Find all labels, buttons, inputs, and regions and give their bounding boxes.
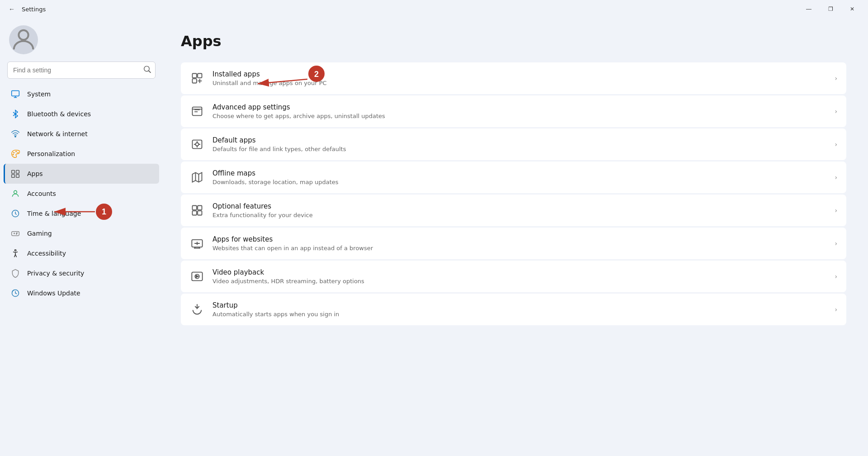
startup-chevron: › (835, 306, 837, 313)
svg-rect-8 (16, 171, 19, 174)
default-apps-text: Default apps Defaults for file and link … (212, 136, 826, 152)
default-apps-desc: Defaults for file and link types, other … (212, 146, 826, 152)
video-playback-icon (190, 269, 204, 284)
svg-rect-27 (198, 211, 202, 215)
monitor-icon (10, 89, 21, 100)
sidebar-item-network[interactable]: Network & internet (4, 124, 159, 144)
offline-maps-desc: Downloads, storage location, map updates (212, 179, 826, 185)
svg-point-11 (14, 190, 17, 194)
main-content: Apps Installed apps Uninstall and manage… (163, 18, 868, 456)
svg-point-15 (16, 233, 17, 234)
app-body: System Bluetooth & devices Network & int… (0, 18, 868, 456)
settings-item-installed-apps[interactable]: Installed apps Uninstall and manage apps… (181, 62, 846, 94)
privacy-icon (10, 268, 21, 279)
sidebar-item-time[interactable]: Time & language (4, 204, 159, 223)
apps-websites-chevron: › (835, 240, 837, 247)
search-input[interactable] (7, 62, 156, 79)
title-bar: ← Settings — ❐ ✕ (0, 0, 868, 18)
sidebar-label-system: System (27, 90, 51, 98)
svg-rect-25 (198, 206, 202, 210)
settings-item-offline-maps[interactable]: Offline maps Downloads, storage location… (181, 162, 846, 193)
sidebar-item-personalization[interactable]: Personalization (4, 144, 159, 164)
svg-rect-13 (12, 232, 19, 236)
sidebar-item-accounts[interactable]: Accounts (4, 184, 159, 204)
sidebar-label-time: Time & language (27, 210, 81, 217)
apps-websites-desc: Websites that can open in an app instead… (212, 245, 826, 252)
installed-apps-chevron: › (835, 75, 837, 82)
sidebar-item-gaming[interactable]: Gaming (4, 223, 159, 243)
settings-item-video[interactable]: Video playback Video adjustments, HDR st… (181, 261, 846, 292)
startup-desc: Automatically starts apps when you sign … (212, 311, 826, 318)
paint-icon (10, 148, 21, 159)
settings-list: Installed apps Uninstall and manage apps… (181, 62, 846, 325)
default-apps-title: Default apps (212, 136, 826, 144)
sidebar-item-system[interactable]: System (4, 84, 159, 104)
startup-icon (190, 302, 204, 317)
offline-maps-title: Offline maps (212, 169, 826, 177)
app-title: Settings (22, 6, 795, 13)
optional-desc: Extra functionality for your device (212, 212, 826, 218)
close-button[interactable]: ✕ (842, 2, 863, 16)
svg-rect-7 (12, 171, 15, 174)
optional-features-icon (190, 203, 204, 218)
startup-text: Startup Automatically starts apps when y… (212, 301, 826, 318)
network-icon (10, 128, 21, 139)
window-controls: — ❐ ✕ (798, 2, 863, 16)
svg-rect-10 (16, 175, 19, 178)
update-icon (10, 288, 21, 299)
sidebar-item-bluetooth[interactable]: Bluetooth & devices (4, 104, 159, 124)
svg-rect-26 (193, 211, 197, 215)
sidebar-label-accounts: Accounts (27, 190, 56, 197)
default-apps-icon (190, 137, 204, 152)
advanced-chevron: › (835, 108, 837, 115)
optional-chevron: › (835, 207, 837, 214)
apps-websites-text: Apps for websites Websites that can open… (212, 235, 826, 252)
svg-point-16 (14, 250, 16, 251)
bluetooth-icon (10, 109, 21, 119)
video-chevron: › (835, 273, 837, 280)
video-title: Video playback (212, 268, 826, 276)
svg-rect-24 (193, 206, 197, 210)
sidebar-item-privacy[interactable]: Privacy & security (4, 263, 159, 283)
apps-websites-icon (190, 236, 204, 251)
installed-apps-title: Installed apps (212, 70, 826, 78)
sidebar: System Bluetooth & devices Network & int… (0, 18, 163, 456)
sidebar-item-update[interactable]: Windows Update (4, 283, 159, 303)
sidebar-label-privacy: Privacy & security (27, 270, 84, 277)
profile-section (4, 18, 159, 60)
svg-point-2 (15, 136, 16, 138)
settings-item-optional[interactable]: Optional features Extra functionality fo… (181, 195, 846, 226)
settings-item-default-apps[interactable]: Default apps Defaults for file and link … (181, 128, 846, 160)
svg-point-6 (18, 152, 19, 153)
advanced-desc: Choose where to get apps, archive apps, … (212, 113, 826, 119)
advanced-apps-icon (190, 104, 204, 119)
sidebar-label-network: Network & internet (27, 130, 88, 138)
sidebar-label-accessibility: Accessibility (27, 250, 66, 257)
page-title: Apps (181, 33, 846, 50)
sidebar-item-apps[interactable]: Apps (4, 164, 159, 184)
sidebar-label-apps: Apps (27, 170, 43, 177)
restore-button[interactable]: ❐ (820, 2, 841, 16)
time-icon (10, 208, 21, 219)
svg-rect-21 (193, 107, 202, 116)
avatar (9, 25, 38, 54)
search-box (7, 62, 156, 79)
apps-icon (10, 168, 21, 179)
sidebar-label-update: Windows Update (27, 290, 80, 297)
svg-rect-1 (12, 91, 19, 96)
settings-item-startup[interactable]: Startup Automatically starts apps when y… (181, 294, 846, 325)
settings-item-apps-websites[interactable]: Apps for websites Websites that can open… (181, 228, 846, 259)
sidebar-item-accessibility[interactable]: Accessibility (4, 243, 159, 263)
gaming-icon (10, 228, 21, 239)
sidebar-label-bluetooth: Bluetooth & devices (27, 110, 91, 118)
optional-title: Optional features (212, 202, 826, 210)
svg-rect-9 (12, 175, 15, 178)
video-text: Video playback Video adjustments, HDR st… (212, 268, 826, 285)
minimize-button[interactable]: — (798, 2, 819, 16)
back-button[interactable]: ← (5, 3, 18, 15)
svg-rect-20 (193, 79, 197, 83)
optional-text: Optional features Extra functionality fo… (212, 202, 826, 218)
settings-item-advanced[interactable]: Advanced app settings Choose where to ge… (181, 95, 846, 127)
advanced-text: Advanced app settings Choose where to ge… (212, 103, 826, 119)
offline-maps-icon (190, 170, 204, 185)
